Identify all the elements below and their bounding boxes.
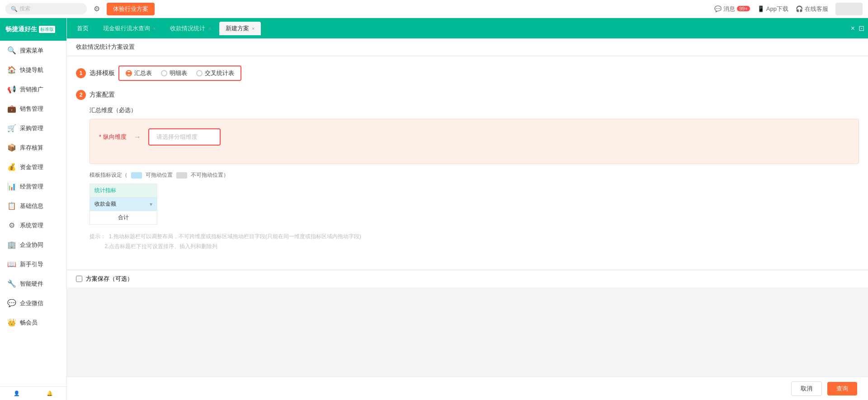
main-layout: 畅捷通好生 标准版 🔍 搜索菜单 🏠 快捷导航 📢 营销推广 💼 销售管理 🛒 …: [0, 18, 868, 400]
tab-bank-flow-close[interactable]: ×: [153, 26, 156, 31]
tips-section: 提示： 1.拖动标题栏可以调整布局，不可跨维度或指标区域拖动栏目字段(只能在同一…: [90, 232, 859, 251]
download-icon: 📱: [757, 5, 764, 12]
tab-receipt-stats-close[interactable]: ×: [208, 26, 211, 31]
message-badge: 99+: [737, 6, 750, 11]
sidebar-label-member: 畅会员: [20, 319, 38, 327]
logo-badge: 标准版: [39, 26, 55, 33]
sidebar-item-member[interactable]: 👑 畅会员: [0, 313, 66, 332]
hardware-icon: 🔧: [7, 279, 16, 288]
tab-bank-flow[interactable]: 现金银行流水查询 ×: [97, 22, 162, 35]
chevron-down-icon: ▾: [150, 201, 152, 207]
tab-new-plan[interactable]: 新建方案 ×: [219, 22, 261, 35]
metrics-section: 模板指标设定（ 可拖动位置 不可拖动位置） 统计指标 收款金额 ▾: [90, 171, 859, 225]
dimension-area: * 纵向维度 → 请选择分组维度: [90, 119, 859, 164]
sidebar: 畅捷通好生 标准版 🔍 搜索菜单 🏠 快捷导航 📢 营销推广 💼 销售管理 🛒 …: [0, 18, 67, 400]
enterprise-icon: 🏢: [7, 240, 16, 249]
sidebar-item-inventory[interactable]: 📦 库存核算: [0, 138, 66, 157]
sidebar-bottom-notify[interactable]: 🔔: [47, 391, 53, 396]
sidebar-item-wechat[interactable]: 💬 企业微信: [0, 293, 66, 313]
tip-1: 提示： 1.拖动标题栏可以调整布局，不可跨维度或指标区域拖动栏目字段(只能在同一…: [90, 232, 859, 242]
service-label: 在线客服: [805, 5, 828, 13]
sidebar-item-search[interactable]: 🔍 搜索菜单: [0, 41, 66, 60]
search-placeholder: 搜索: [19, 5, 30, 13]
sidebar-bottom-user[interactable]: 👤: [14, 391, 20, 396]
close-tab-button[interactable]: ×: [851, 24, 855, 33]
sidebar-item-basic-info[interactable]: 📋 基础信息: [0, 196, 66, 216]
radio-cross[interactable]: 交叉统计表: [196, 69, 234, 77]
message-label: 消息: [723, 5, 735, 13]
radio-summary[interactable]: 汇总表: [126, 69, 152, 77]
system-icon: ⚙: [7, 221, 16, 230]
step1-header: 1 选择模板 汇总表 明细表: [76, 66, 859, 81]
tab-new-plan-close[interactable]: ×: [252, 26, 255, 31]
sidebar-item-system[interactable]: ⚙ 系统管理: [0, 216, 66, 235]
metrics-cell-amount[interactable]: 收款金额 ▾: [90, 198, 157, 211]
radio-detail-circle: [161, 70, 167, 76]
notify-icon: 🔔: [47, 391, 53, 396]
tab-bar: 首页 现金银行流水查询 × 收款情况统计 × 新建方案 × × ⊡: [67, 18, 868, 38]
search-bar[interactable]: 🔍 搜索: [5, 3, 87, 14]
dimension-placeholder: 请选择分组维度: [156, 133, 198, 140]
radio-summary-circle: [126, 70, 132, 76]
drag-color-box: [131, 172, 142, 179]
finance-icon: 💰: [7, 163, 16, 171]
metrics-table-header: 统计指标: [90, 184, 157, 198]
top-bar: 🔍 搜索 ⚙ 体验行业方案 💬 消息 99+ 📱 App下载 🎧 在线客服: [0, 0, 868, 18]
sidebar-label-purchase: 采购管理: [20, 124, 43, 132]
no-drag-color-box: [176, 172, 187, 179]
trial-button[interactable]: 体验行业方案: [107, 3, 155, 15]
sales-icon: 💼: [7, 104, 16, 113]
sidebar-item-management[interactable]: 📊 经营管理: [0, 177, 66, 196]
tab-home-label: 首页: [77, 24, 89, 33]
sidebar-label-home: 快捷导航: [20, 66, 43, 74]
sidebar-item-marketing[interactable]: 📢 营销推广: [0, 80, 66, 99]
save-checkbox[interactable]: [76, 276, 82, 282]
dimension-selector[interactable]: 请选择分组维度: [148, 128, 221, 146]
sidebar-item-hardware[interactable]: 🔧 智能硬件: [0, 274, 66, 293]
maximize-button[interactable]: ⊡: [859, 24, 864, 33]
marketing-icon: 📢: [7, 85, 16, 94]
download-button[interactable]: 📱 App下载: [757, 5, 788, 13]
sidebar-label-hardware: 智能硬件: [20, 280, 43, 288]
query-button[interactable]: 查询: [827, 382, 857, 395]
gear-button[interactable]: ⚙: [90, 3, 103, 15]
sidebar-label-system: 系统管理: [20, 221, 43, 230]
metrics-cell-total: 合计: [90, 211, 157, 224]
guide-icon: 📖: [7, 260, 16, 268]
no-drag-label: 不可拖动位置）: [191, 171, 229, 179]
top-bar-right: 💬 消息 99+ 📱 App下载 🎧 在线客服: [714, 3, 863, 15]
sidebar-item-home[interactable]: 🏠 快捷导航: [0, 60, 66, 80]
dimension-label: 汇总维度（必选）: [90, 106, 859, 114]
basic-info-icon: 📋: [7, 202, 16, 210]
sidebar-label-enterprise: 企业协同: [20, 241, 43, 249]
page-wrapper: 收款情况统计方案设置 1 选择模板 汇总表: [67, 38, 868, 376]
sidebar-item-guide[interactable]: 📖 新手引导: [0, 254, 66, 274]
page-title: 收款情况统计方案设置: [76, 43, 135, 50]
message-icon: 💬: [714, 5, 722, 12]
tab-home[interactable]: 首页: [71, 22, 95, 35]
message-button[interactable]: 💬 消息 99+: [714, 5, 750, 13]
tab-receipt-stats[interactable]: 收款情况统计 ×: [164, 22, 217, 35]
cancel-button[interactable]: 取消: [791, 381, 822, 396]
sidebar-item-enterprise[interactable]: 🏢 企业协同: [0, 235, 66, 254]
tip-2: 2.点击标题栏下拉可设置排序、插入列和删除列: [90, 242, 859, 252]
tab-new-plan-label: 新建方案: [226, 24, 249, 33]
radio-summary-label: 汇总表: [134, 69, 152, 77]
radio-cross-label: 交叉统计表: [205, 69, 234, 77]
wechat-icon: 💬: [7, 299, 16, 307]
management-icon: 📊: [7, 182, 16, 191]
save-label: 方案保存（可选）: [86, 275, 133, 283]
purchase-icon: 🛒: [7, 124, 16, 132]
top-bar-left: 🔍 搜索 ⚙ 体验行业方案: [5, 3, 155, 15]
step1-section: 1 选择模板 汇总表 明细表: [76, 66, 859, 81]
sidebar-label-wechat: 企业微信: [20, 299, 43, 307]
user-avatar[interactable]: [835, 3, 863, 15]
tab-bar-actions: × ⊡: [851, 24, 864, 33]
service-button[interactable]: 🎧 在线客服: [796, 5, 828, 13]
sidebar-item-sales[interactable]: 💼 销售管理: [0, 99, 66, 118]
sidebar-bottom: 👤 🔔: [0, 386, 66, 400]
metrics-amount-label: 收款金额: [94, 200, 116, 208]
sidebar-item-purchase[interactable]: 🛒 采购管理: [0, 118, 66, 138]
radio-detail[interactable]: 明细表: [161, 69, 187, 77]
sidebar-item-finance[interactable]: 💰 资金管理: [0, 157, 66, 177]
